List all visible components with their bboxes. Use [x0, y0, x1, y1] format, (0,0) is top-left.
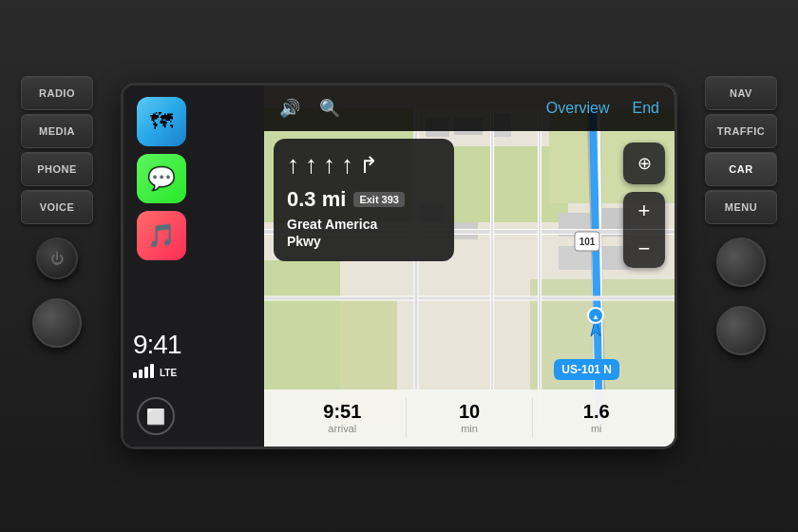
- volume-knob[interactable]: [32, 298, 82, 348]
- arrival-value: 9:51: [323, 402, 361, 421]
- eta-arrival: 9:51 arrival: [279, 398, 407, 438]
- messages-icon: 💬: [147, 165, 176, 192]
- signal-bar-3: [144, 367, 148, 378]
- volume-icon[interactable]: 🔊: [279, 98, 300, 119]
- arrow-up-2: ↑: [305, 150, 317, 180]
- signal-bar-2: [139, 370, 142, 378]
- minutes-value: 10: [459, 402, 480, 421]
- arrival-label: arrival: [328, 423, 356, 434]
- main-screen: 🗺 💬 🎵 9:41 LTE: [124, 86, 674, 446]
- turn-card: ↑ ↑ ↑ ↑ ↱ 0.3 mi Exit 393 Great AmericaP…: [274, 139, 454, 261]
- lte-label: LTE: [160, 368, 177, 378]
- music-icon: 🎵: [147, 222, 176, 249]
- arrow-up-4: ↑: [341, 150, 353, 180]
- right-knob-2[interactable]: [716, 306, 766, 355]
- turn-arrows: ↑ ↑ ↑ ↑ ↱: [287, 150, 441, 180]
- menu-button[interactable]: MENU: [705, 190, 777, 224]
- left-panel: RADIO MEDIA PHONE VOICE ⏻: [10, 66, 104, 466]
- radio-button[interactable]: RADIO: [21, 76, 93, 110]
- compass-button[interactable]: ⊕: [623, 142, 665, 184]
- app-icons: 🗺 💬 🎵: [133, 97, 255, 260]
- overview-button[interactable]: Overview: [546, 100, 610, 117]
- minutes-label: min: [461, 423, 478, 434]
- eta-bar: 9:51 arrival 10 min 1.6 mi: [264, 390, 674, 446]
- arrow-up-1: ↑: [287, 150, 299, 180]
- right-panel: NAV TRAFFIC CAR MENU: [694, 66, 788, 466]
- map-header: 🔊 🔍 Overview End: [264, 86, 674, 131]
- home-icon: ⬜: [146, 408, 165, 426]
- distance-value: 0.3 mi: [287, 187, 346, 212]
- header-icons: 🔊 🔍: [279, 98, 340, 119]
- svg-text:▲: ▲: [592, 313, 599, 321]
- zoom-controls: + −: [623, 192, 665, 268]
- right-knob-1[interactable]: [716, 238, 766, 287]
- clock: 9:41: [133, 330, 255, 360]
- power-icon: ⏻: [50, 251, 64, 266]
- arrow-curve: ↱: [359, 152, 378, 179]
- search-icon[interactable]: 🔍: [319, 98, 340, 119]
- carplay-sidebar: 🗺 💬 🎵 9:41 LTE: [124, 86, 264, 446]
- voice-button[interactable]: VOICE: [21, 190, 93, 224]
- signal-row: LTE: [133, 364, 255, 378]
- media-button[interactable]: MEDIA: [21, 114, 93, 148]
- arrow-up-3: ↑: [323, 150, 335, 180]
- eta-miles: 1.6 mi: [533, 398, 659, 438]
- nav-button[interactable]: NAV: [705, 76, 777, 110]
- home-button[interactable]: ⬜: [137, 397, 175, 435]
- miles-value: 1.6: [583, 402, 610, 421]
- map-area: 🔊 🔍 Overview End: [264, 86, 674, 446]
- header-right: Overview End: [546, 100, 659, 117]
- miles-label: mi: [591, 423, 602, 434]
- time-display: 9:41 LTE: [133, 322, 255, 386]
- music-app-icon[interactable]: 🎵: [137, 211, 186, 260]
- street-name: Great AmericaPkwy: [287, 216, 441, 250]
- end-button[interactable]: End: [633, 100, 659, 117]
- eta-minutes: 10 min: [407, 398, 534, 438]
- zoom-out-button[interactable]: −: [623, 230, 665, 268]
- traffic-button[interactable]: TRAFFIC: [705, 114, 777, 148]
- zoom-in-button[interactable]: +: [623, 192, 665, 230]
- highway-badge: US-101 N: [554, 359, 619, 380]
- maps-icon: 🗺: [150, 108, 173, 135]
- distance-row: 0.3 mi Exit 393: [287, 187, 441, 212]
- compass-icon: ⊕: [637, 153, 652, 174]
- map-controls: ⊕ + −: [623, 142, 665, 268]
- phone-button[interactable]: PHONE: [21, 152, 93, 186]
- car-unit: RADIO MEDIA PHONE VOICE ⏻ 🗺 💬: [0, 0, 798, 532]
- messages-app-icon[interactable]: 💬: [137, 154, 186, 203]
- svg-text:101: 101: [580, 237, 596, 247]
- maps-app-icon[interactable]: 🗺: [137, 97, 186, 146]
- carplay-interface: 🗺 💬 🎵 9:41 LTE: [124, 86, 674, 446]
- car-button[interactable]: CAR: [705, 152, 777, 186]
- signal-bar-4: [150, 364, 154, 378]
- power-knob[interactable]: ⏻: [36, 238, 78, 279]
- exit-badge: Exit 393: [353, 192, 405, 207]
- signal-bar-1: [133, 372, 137, 378]
